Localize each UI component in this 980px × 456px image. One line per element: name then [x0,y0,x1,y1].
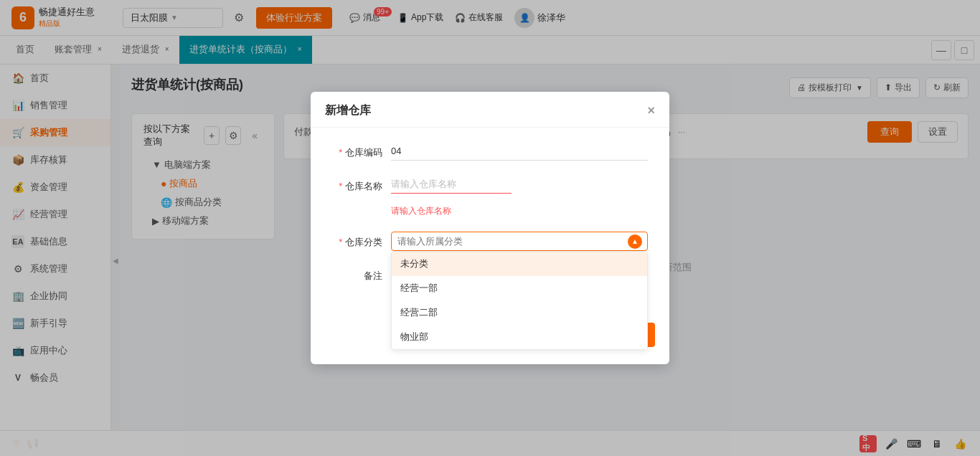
category-select-wrapper: ▲ 未分类 经营一部 经营二部 物业部 [391,232,648,251]
dropdown-item-property[interactable]: 物业部 [392,325,647,349]
category-dropdown-list: 未分类 经营一部 经营二部 物业部 [391,251,648,350]
code-label: 仓库编码 [332,142,382,159]
warehouse-code-input[interactable] [391,142,648,161]
warehouse-code-row: 仓库编码 [332,142,648,161]
dialog-header: 新增仓库 × [311,92,669,128]
dialog-close-btn[interactable]: × [647,103,655,118]
dropdown-item-ops2[interactable]: 经营二部 [392,300,647,325]
dropdown-item-none[interactable]: 未分类 [392,252,647,276]
category-input[interactable] [391,232,648,251]
dialog-body: 仓库编码 仓库名称 请输入仓库名称 仓库分类 ▲ 未分类 经营一部 [311,128,669,314]
category-dropdown-toggle[interactable]: ▲ [628,234,642,249]
notes-label: 备注 [332,265,382,282]
name-error-msg: 请输入仓库名称 [391,206,451,216]
dropdown-item-ops1[interactable]: 经营一部 [392,276,647,300]
name-label: 仓库名称 [332,176,382,193]
category-label: 仓库分类 [332,232,382,249]
add-warehouse-dialog: 新增仓库 × 仓库编码 仓库名称 请输入仓库名称 仓库分类 ▲ [311,92,669,364]
warehouse-name-row: 仓库名称 请输入仓库名称 [332,175,648,217]
dialog-title: 新增仓库 [325,103,371,118]
warehouse-category-row: 仓库分类 ▲ 未分类 经营一部 经营二部 物业部 [332,232,648,251]
warehouse-name-input[interactable] [391,175,512,194]
